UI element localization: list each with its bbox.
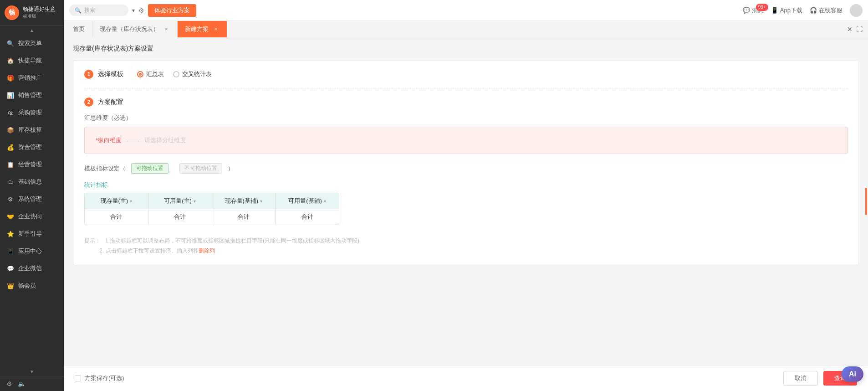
star-icon: ⭐	[6, 230, 15, 238]
page-title: 现存量(库存状况表)方案设置	[73, 45, 859, 53]
settings-bottom-icon[interactable]: ⚙	[6, 380, 12, 387]
tab-new-scheme-close[interactable]: ×	[212, 26, 220, 33]
radio-summary[interactable]: 汇总表	[137, 70, 164, 78]
sidebar-item-label: 畅会员	[18, 282, 36, 290]
step1-title: 选择模板	[98, 70, 123, 78]
win-expand-icon[interactable]: ⛶	[856, 26, 863, 33]
sidebar-item-finance[interactable]: 💰 资金管理	[0, 139, 64, 156]
topbar-dropdown-icon[interactable]: ▾	[132, 7, 135, 14]
step1-header: 1 选择模板 汇总表 交叉统计表	[84, 70, 848, 79]
dimension-pink-area: *纵向维度 —— 请选择分组维度	[84, 127, 848, 154]
divider1	[84, 88, 848, 88]
topbar-online-service[interactable]: 🎧 在线客服	[810, 6, 842, 15]
sidebar-scroll-up[interactable]: ▲	[0, 26, 64, 35]
save-checkbox[interactable]	[75, 375, 81, 381]
sidebar-item-label: 采购管理	[18, 108, 42, 117]
sidebar-item-label: 销售管理	[18, 91, 42, 99]
bottom-bar: 方案保存(可选) 取消 查询	[64, 365, 868, 391]
sidebar-item-basic[interactable]: 🗂 基础信息	[0, 173, 64, 190]
sidebar-item-purchase[interactable]: 🛍 采购管理	[0, 104, 64, 121]
radio-cross-label: 交叉统计表	[182, 70, 212, 78]
sidebar-item-label: 新手引导	[18, 230, 42, 238]
topbar-gear-icon[interactable]: ⚙	[138, 7, 144, 14]
stats-col-4-body: 合计	[276, 209, 339, 225]
sidebar-item-apps[interactable]: 📱 应用中心	[0, 242, 64, 260]
sidebar-item-label: 应用中心	[18, 247, 42, 255]
save-option-label: 方案保存(可选)	[85, 374, 124, 382]
topbar-app-download[interactable]: 📱 App下载	[771, 6, 802, 15]
topbar-message[interactable]: 💬 消息 99+	[743, 6, 764, 15]
sidebar-item-shortcut[interactable]: 🏠 快捷导航	[0, 52, 64, 69]
tab-inventory-close[interactable]: ×	[163, 26, 170, 33]
sidebar-item-label: 企业协同	[18, 212, 42, 221]
dimension-field-label: 汇总维度（必选）	[84, 114, 848, 122]
stats-section-label: 统计指标	[84, 181, 848, 189]
tab-new-scheme[interactable]: 新建方案 ×	[178, 21, 227, 37]
sidebar-item-search[interactable]: 🔍 搜索菜单	[0, 35, 64, 52]
stats-col-2-chevron: ▾	[194, 199, 196, 204]
sidebar-item-label: 经营管理	[18, 160, 42, 169]
crown-icon: 👑	[6, 282, 15, 290]
radio-summary-label: 汇总表	[146, 70, 164, 78]
sidebar-bottom: ⚙ 🔈	[0, 376, 64, 391]
sidebar-item-marketing[interactable]: 🎁 营销推广	[0, 69, 64, 87]
stats-col-3-body: 合计	[212, 209, 276, 225]
sidebar-item-member[interactable]: 👑 畅会员	[0, 277, 64, 294]
stats-col-3-header[interactable]: 现存量(基辅) ▾	[212, 193, 276, 209]
sidebar-item-operation[interactable]: 📋 经营管理	[0, 156, 64, 173]
ai-fab-button[interactable]: Ai	[842, 366, 863, 382]
sidebar-scroll-down[interactable]: ▼	[0, 367, 64, 376]
stats-col-4-header[interactable]: 可用量(基辅) ▾	[276, 193, 339, 209]
scheme-settings-card: 1 选择模板 汇总表 交叉统计表 2 方案配置	[73, 60, 859, 265]
cancel-button[interactable]: 取消	[783, 371, 818, 386]
content-area: 现存量(库存状况表)方案设置 1 选择模板 汇总表 交叉统计表	[64, 37, 868, 365]
sidebar-item-wechat[interactable]: 💬 企业微信	[0, 260, 64, 277]
dimension-placeholder[interactable]: 请选择分组维度	[144, 136, 186, 144]
sidebar-item-coop[interactable]: 🤝 企业协同	[0, 208, 64, 225]
win-close-icon[interactable]: ✕	[847, 26, 853, 33]
sidebar-item-label: 库存核算	[18, 126, 42, 134]
tab-home[interactable]: 首页	[64, 21, 92, 37]
sidebar-item-label: 基础信息	[18, 178, 42, 186]
sidebar-item-sales[interactable]: 📊 销售管理	[0, 87, 64, 104]
sidebar-item-label: 系统管理	[18, 195, 42, 203]
logo-sub: 标准版	[23, 13, 56, 20]
topbar-right: 💬 消息 99+ 📱 App下载 🎧 在线客服	[743, 4, 863, 17]
indicator-label: 模板指标设定（	[84, 165, 126, 173]
chat-icon: 💬	[6, 264, 15, 273]
headset-icon: 🎧	[810, 7, 817, 14]
sidebar-item-inventory[interactable]: 📦 库存核算	[0, 121, 64, 139]
stats-section: 统计指标 现存量(主) ▾ 可用量(主) ▾	[84, 181, 848, 225]
sidebar: 畅 畅捷通好生意 标准版 ▲ 🔍 搜索菜单 🏠 快捷导航 🎁 营销推广 📊 销售…	[0, 0, 64, 391]
sidebar-item-system[interactable]: ⚙ 系统管理	[0, 190, 64, 208]
message-badge: 99+	[756, 4, 768, 11]
tab-new-scheme-label: 新建方案	[185, 25, 209, 33]
stats-col-1-chevron: ▾	[130, 199, 132, 204]
window-controls: ✕ ⛶	[847, 26, 868, 33]
logo-name: 畅捷通好生意	[23, 6, 56, 13]
sound-bottom-icon[interactable]: 🔈	[18, 380, 26, 387]
sidebar-item-guide[interactable]: ⭐ 新手引导	[0, 225, 64, 242]
user-avatar[interactable]	[850, 4, 863, 17]
stats-col-1-body: 合计	[85, 209, 148, 225]
stats-col-1-label: 现存量(主)	[101, 197, 128, 205]
search-topbar-placeholder: 搜索	[84, 6, 95, 14]
trial-button[interactable]: 体验行业方案	[148, 4, 196, 17]
radio-cross[interactable]: 交叉统计表	[173, 70, 212, 78]
sidebar-logo: 畅 畅捷通好生意 标准版	[0, 0, 64, 26]
tab-inventory-status[interactable]: 现存量（库存状况表） ×	[92, 21, 178, 37]
tip-line-1: 提示： 1.拖动标题栏可以调整布局，不可跨维度或指标区域拖拽栏目字段(只能在同一…	[84, 236, 848, 246]
stats-body-row: 合计 合计 合计 合计	[85, 209, 339, 225]
stats-col-3-chevron: ▾	[260, 199, 262, 204]
step2-header: 2 方案配置	[84, 98, 848, 107]
stats-col-1-header[interactable]: 现存量(主) ▾	[85, 193, 148, 209]
topbar-search-box[interactable]: 🔍 搜索	[69, 5, 128, 16]
gift-icon: 🎁	[6, 74, 15, 82]
save-option: 方案保存(可选)	[75, 374, 124, 382]
main-area: 🔍 搜索 ▾ ⚙ 体验行业方案 💬 消息 99+ 📱 App下载 🎧 在线客服	[64, 0, 868, 391]
sidebar-item-label: 快捷导航	[18, 57, 42, 65]
stats-col-2-header[interactable]: 可用量(主) ▾	[148, 193, 212, 209]
tip-text-2: 2. 点击标题栏下拉可设置排序、插入列和删除列	[84, 247, 215, 254]
chip-no-drag: 不可拖动位置	[179, 163, 222, 174]
step2-content: 汇总维度（必选） *纵向维度 —— 请选择分组维度 模板指标设定（ 可拖动位置 …	[84, 114, 848, 256]
